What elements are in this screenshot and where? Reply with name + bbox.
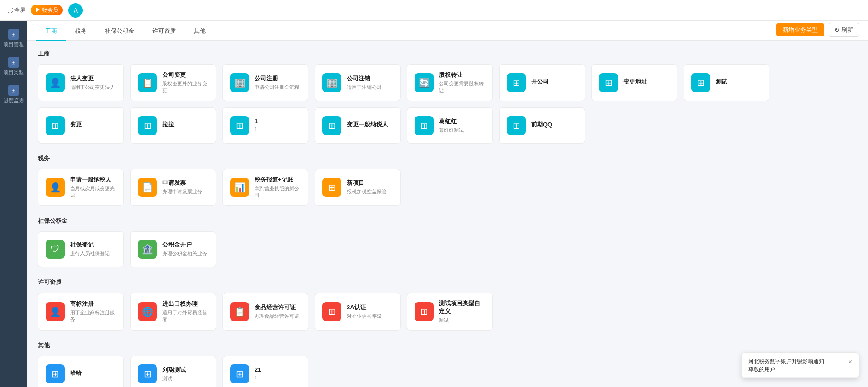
card-icon: ⊞ — [322, 116, 341, 135]
card-desc: 适用于对外贸易经营者 — [162, 309, 208, 323]
service-card-变更地址[interactable]: ⊞变更地址 — [591, 64, 677, 101]
sidebar-item-1[interactable]: ⊞项目类型 — [1, 53, 26, 79]
service-card-商标注册[interactable]: 👤商标注册用于企业商标注册服务 — [38, 293, 124, 331]
card-text: 公司注册申请公司注册全流程 — [255, 75, 301, 91]
service-card-前期QQ[interactable]: ⊞前期QQ — [499, 107, 585, 144]
avatar[interactable]: A — [68, 3, 83, 18]
section-title-工商: 工商 — [38, 50, 857, 58]
cards-grid-许可资质: 👤商标注册用于企业商标注册服务🌐进出口权办理适用于对外贸易经营者📋食品经营许可证… — [38, 293, 857, 331]
card-title: 1 — [255, 118, 301, 125]
refresh-icon: ↻ — [835, 27, 840, 33]
service-card-申请发票[interactable]: 📄申请发票办理申请发票业务 — [130, 169, 216, 206]
service-card-申请一般纳税人[interactable]: 👤申请一般纳税人当月或次月成变更完成 — [38, 169, 124, 206]
card-desc: 对企业信誉评级 — [347, 313, 393, 320]
service-card-21[interactable]: ⊞211 — [222, 356, 308, 387]
card-text: 法人变更适用于公司变更法人 — [70, 75, 116, 91]
service-card-变更一般纳税人[interactable]: ⊞变更一般纳税人 — [315, 107, 401, 144]
service-card-法人变更[interactable]: 👤法人变更适用于公司变更法人 — [38, 64, 124, 101]
sidebar-icon-1: ⊞ — [8, 57, 19, 68]
card-title: 3A认证 — [347, 303, 393, 312]
sidebar-item-2[interactable]: ⊞进度监测 — [1, 81, 26, 107]
service-card-公司注销[interactable]: 🏢公司注销适用于注销公司 — [315, 64, 401, 101]
service-card-进出口权办理[interactable]: 🌐进出口权办理适用于对外贸易经营者 — [130, 293, 216, 331]
service-card-税务报道+记账[interactable]: 📊税务报道+记账拿到营业执照的新公司 — [222, 169, 308, 206]
section-title-其他: 其他 — [38, 341, 857, 350]
card-text: 公司注销适用于注销公司 — [347, 75, 393, 91]
nav-right: ⛶ 全屏 ▶ 畅会员 A — [0, 0, 868, 21]
service-card-新项目[interactable]: ⊞新项目报税加税控盘保管 — [315, 169, 401, 206]
section-工商: 工商👤法人变更适用于公司变更法人📋公司变更股权变更外的业务变更🏢公司注册申请公司… — [38, 50, 857, 144]
card-desc: 公司变更需要股权转让 — [439, 80, 485, 94]
service-card-开公司[interactable]: ⊞开公司 — [499, 64, 585, 101]
tab-社保公积金[interactable]: 社保公积金 — [96, 23, 143, 41]
service-card-食品经营许可证[interactable]: 📋食品经营许可证办理食品经营许可证 — [222, 293, 308, 331]
section-其他: 其他⊞哈哈⊞刘聪测试测试⊞211 — [38, 341, 857, 387]
card-icon: 👤 — [46, 302, 65, 321]
service-card-公司变更[interactable]: 📋公司变更股权变更外的业务变更 — [130, 64, 216, 101]
tab-其他[interactable]: 其他 — [185, 23, 215, 41]
card-text: 社保登记进行人员社保登记 — [70, 241, 116, 257]
new-type-button[interactable]: 新增业务类型 — [776, 23, 824, 36]
service-card-葛红红[interactable]: ⊞葛红红葛红红测试 — [407, 107, 493, 144]
vip-button[interactable]: ▶ 畅会员 — [31, 5, 63, 15]
card-icon: 🛡 — [46, 240, 65, 259]
service-card-社保登记[interactable]: 🛡社保登记进行人员社保登记 — [38, 231, 124, 267]
refresh-button[interactable]: ↻ 刷新 — [829, 23, 859, 37]
card-desc: 办理食品经营许可证 — [255, 313, 301, 320]
card-title: 变更一般纳税人 — [347, 121, 393, 129]
service-card-哈哈[interactable]: ⊞哈哈 — [38, 356, 124, 387]
card-title: 申请发票 — [162, 179, 208, 187]
card-text: 葛红红葛红红测试 — [439, 117, 485, 134]
card-title: 商标注册 — [70, 300, 116, 308]
notification-close[interactable]: × — [849, 357, 852, 367]
card-desc: 1 — [255, 374, 301, 381]
card-text: 测试 — [716, 78, 762, 87]
service-card-公司注册[interactable]: 🏢公司注册申请公司注册全流程 — [222, 64, 308, 101]
card-desc: 测试 — [162, 375, 208, 382]
card-desc: 当月或次月成变更完成 — [70, 185, 116, 199]
section-税务: 税务👤申请一般纳税人当月或次月成变更完成📄申请发票办理申请发票业务📊税务报道+记… — [38, 154, 857, 206]
card-desc: 用于企业商标注册服务 — [70, 309, 116, 323]
fullscreen-button[interactable]: ⛶ 全屏 — [7, 6, 25, 14]
card-icon: 🔄 — [415, 73, 434, 92]
card-title: 变更地址 — [623, 78, 670, 86]
card-text: 11 — [255, 118, 301, 133]
card-icon: ⊞ — [46, 364, 65, 383]
tab-税务[interactable]: 税务 — [66, 23, 96, 41]
card-title: 拉拉 — [162, 121, 208, 129]
tab-许可资质[interactable]: 许可资质 — [143, 23, 185, 41]
sidebar-item-0[interactable]: ⊞项目管理 — [1, 25, 26, 51]
service-card-3A认证[interactable]: ⊞3A认证对企业信誉评级 — [315, 293, 401, 331]
section-title-社保公积金: 社保公积金 — [38, 217, 857, 225]
card-desc: 申请公司注册全流程 — [255, 84, 301, 91]
service-card-测试[interactable]: ⊞测试 — [684, 64, 769, 101]
sidebar-icon-2: ⊞ — [8, 85, 19, 96]
card-text: 刘聪测试测试 — [162, 366, 208, 382]
card-text: 食品经营许可证办理食品经营许可证 — [255, 303, 301, 320]
notification-header: × 河北税务数字账户升级影响通知 尊敬的用户： — [742, 353, 859, 378]
card-title: 测试 — [716, 78, 762, 86]
card-icon: 🏦 — [138, 240, 157, 259]
card-icon: ⊞ — [415, 302, 434, 321]
service-card-变更[interactable]: ⊞变更 — [38, 107, 124, 144]
card-desc: 办理申请发票业务 — [162, 188, 208, 195]
card-desc: 适用于公司变更法人 — [70, 84, 116, 91]
cards-grid-税务: 👤申请一般纳税人当月或次月成变更完成📄申请发票办理申请发票业务📊税务报道+记账拿… — [38, 169, 857, 206]
tab-工商[interactable]: 工商 — [36, 23, 66, 41]
card-text: 变更一般纳税人 — [347, 121, 393, 130]
service-card-拉拉[interactable]: ⊞拉拉 — [130, 107, 216, 144]
card-text: 新项目报税加税控盘保管 — [347, 179, 393, 195]
service-card-1[interactable]: ⊞11 — [222, 107, 308, 144]
tabs-left: 工商税务社保公积金许可资质其他 — [36, 23, 215, 40]
card-desc: 适用于注销公司 — [347, 84, 393, 91]
service-card-股权转让[interactable]: 🔄股权转让公司变更需要股权转让 — [407, 64, 493, 101]
card-icon: ⊞ — [322, 178, 341, 197]
service-card-刘聪测试[interactable]: ⊞刘聪测试测试 — [130, 356, 216, 387]
section-许可资质: 许可资质👤商标注册用于企业商标注册服务🌐进出口权办理适用于对外贸易经营者📋食品经… — [38, 278, 857, 331]
card-desc: 进行人员社保登记 — [70, 250, 116, 257]
service-card-测试项目类型自定义[interactable]: ⊞测试项目类型自定义测试 — [407, 293, 493, 331]
service-card-公积金开户[interactable]: 🏦公积金开户办理公积金相关业务 — [130, 231, 216, 267]
card-text: 进出口权办理适用于对外贸易经营者 — [162, 300, 208, 323]
card-icon: 📄 — [138, 178, 157, 197]
card-icon: ⊞ — [415, 116, 434, 135]
